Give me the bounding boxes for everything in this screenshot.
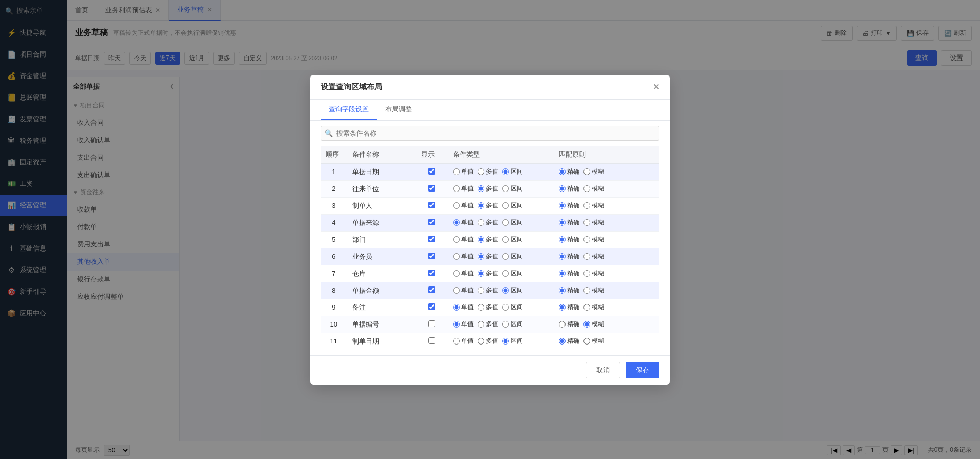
type-radio-区间[interactable]: 区间 [502,252,523,261]
cell-seq: 9 [321,299,347,316]
type-radio-多值[interactable]: 多值 [478,201,498,210]
match-radio-模糊[interactable]: 模糊 [583,201,604,210]
table-row: 1 单据日期 单值 多值 区间 精确 模糊 [321,163,659,180]
match-radio-模糊[interactable]: 模糊 [583,303,604,312]
type-radio-区间[interactable]: 区间 [502,201,523,210]
match-radio-精确[interactable]: 精确 [559,286,579,295]
type-radio-单值[interactable]: 单值 [453,337,474,346]
match-radio-模糊[interactable]: 模糊 [583,167,604,176]
type-radio-区间[interactable]: 区间 [502,167,523,176]
dialog-tabs: 查询字段设置 布局调整 [310,100,670,121]
cell-match: 精确 模糊 [554,248,659,265]
type-radio-单值[interactable]: 单值 [453,184,474,193]
table-row: 8 单据金额 单值 多值 区间 精确 模糊 [321,282,659,299]
type-radio-多值[interactable]: 多值 [478,303,498,312]
cell-show [416,197,448,214]
type-radio-单值[interactable]: 单值 [453,269,474,278]
type-radio-多值[interactable]: 多值 [478,235,498,244]
type-radio-单值[interactable]: 单值 [453,303,474,312]
match-radio-模糊[interactable]: 模糊 [583,286,604,295]
match-radio-精确[interactable]: 精确 [559,184,579,193]
type-radio-多值[interactable]: 多值 [478,167,498,176]
dialog-body: 顺序 条件名称 显示 条件类型 匹配原则 1 单据日期 单值 多值 区间 精确 [310,146,670,355]
match-radio-模糊[interactable]: 模糊 [583,269,604,278]
match-radio-模糊[interactable]: 模糊 [583,235,604,244]
type-radio-多值[interactable]: 多值 [478,218,498,227]
cell-type: 单值 多值 区间 [448,163,554,180]
match-radio-模糊[interactable]: 模糊 [583,218,604,227]
show-checkbox[interactable] [428,287,435,295]
show-checkbox[interactable] [428,168,435,176]
type-radio-区间[interactable]: 区间 [502,337,523,346]
dialog-close-button[interactable]: ✕ [653,82,659,92]
cell-match: 精确 模糊 [554,265,659,282]
type-radio-区间[interactable]: 区间 [502,286,523,295]
type-radio-区间[interactable]: 区间 [502,218,523,227]
dialog-search-icon: 🔍 [325,129,333,137]
cell-seq: 7 [321,265,347,282]
cell-name: 制单日期 [347,333,416,350]
dialog-search-input[interactable] [321,126,659,141]
show-checkbox[interactable] [428,185,435,193]
dialog-search-area: 🔍 [310,121,670,146]
match-radio-精确[interactable]: 精确 [559,269,579,278]
match-radio-精确[interactable]: 精确 [559,201,579,210]
match-radio-精确[interactable]: 精确 [559,218,579,227]
match-radio-精确[interactable]: 精确 [559,337,579,346]
type-radio-单值[interactable]: 单值 [453,252,474,261]
show-checkbox[interactable] [428,304,435,312]
match-radio-精确[interactable]: 精确 [559,320,579,329]
type-radio-多值[interactable]: 多值 [478,252,498,261]
type-radio-区间[interactable]: 区间 [502,184,523,193]
show-checkbox[interactable] [428,202,435,210]
type-radio-单值[interactable]: 单值 [453,320,474,329]
cell-match: 精确 模糊 [554,282,659,299]
cell-name: 部门 [347,231,416,248]
th-seq: 顺序 [321,146,347,164]
type-radio-多值[interactable]: 多值 [478,184,498,193]
type-radio-区间[interactable]: 区间 [502,235,523,244]
type-radio-区间[interactable]: 区间 [502,269,523,278]
dialog-header: 设置查询区域布局 ✕ [310,75,670,100]
cancel-button[interactable]: 取消 [586,362,620,378]
cell-seq: 11 [321,333,347,350]
table-row: 6 业务员 单值 多值 区间 精确 模糊 [321,248,659,265]
type-radio-多值[interactable]: 多值 [478,286,498,295]
type-radio-单值[interactable]: 单值 [453,235,474,244]
match-radio-模糊[interactable]: 模糊 [583,320,604,329]
type-radio-多值[interactable]: 多值 [478,320,498,329]
match-radio-模糊[interactable]: 模糊 [583,184,604,193]
match-radio-精确[interactable]: 精确 [559,167,579,176]
match-radio-模糊[interactable]: 模糊 [583,337,604,346]
match-radio-模糊[interactable]: 模糊 [583,252,604,261]
cell-seq: 6 [321,248,347,265]
show-checkbox[interactable] [428,338,435,346]
dialog-title: 设置查询区域布局 [321,82,382,92]
match-radio-精确[interactable]: 精确 [559,303,579,312]
cell-seq: 3 [321,197,347,214]
table-row: 2 往来单位 单值 多值 区间 精确 模糊 [321,180,659,197]
show-checkbox[interactable] [428,321,435,329]
show-checkbox[interactable] [428,270,435,278]
type-radio-多值[interactable]: 多值 [478,269,498,278]
show-checkbox[interactable] [428,219,435,227]
show-checkbox[interactable] [428,236,435,244]
cell-name: 备注 [347,299,416,316]
type-radio-区间[interactable]: 区间 [502,320,523,329]
type-radio-多值[interactable]: 多值 [478,337,498,346]
save-button[interactable]: 保存 [626,362,659,378]
cell-show [416,265,448,282]
dialog-tab-layout[interactable]: 布局调整 [377,100,420,120]
cell-type: 单值 多值 区间 [448,180,554,197]
type-radio-单值[interactable]: 单值 [453,201,474,210]
dialog-tab-fields[interactable]: 查询字段设置 [321,100,377,120]
cell-name: 单据来源 [347,214,416,231]
match-radio-精确[interactable]: 精确 [559,252,579,261]
dialog-overlay: 设置查询区域布局 ✕ 查询字段设置 布局调整 🔍 顺序 条件名称 显示 [0,0,980,459]
show-checkbox[interactable] [428,253,435,261]
match-radio-精确[interactable]: 精确 [559,235,579,244]
type-radio-单值[interactable]: 单值 [453,167,474,176]
type-radio-单值[interactable]: 单值 [453,218,474,227]
type-radio-单值[interactable]: 单值 [453,286,474,295]
type-radio-区间[interactable]: 区间 [502,303,523,312]
